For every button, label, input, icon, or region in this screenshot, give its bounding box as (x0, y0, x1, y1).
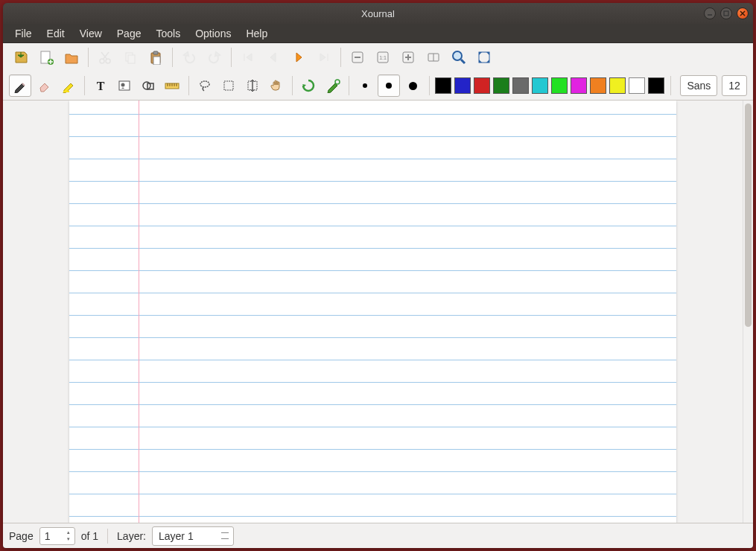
page-spin-down[interactable]: ▾ (64, 536, 73, 543)
titlebar: Xournal (3, 3, 753, 24)
color-swatch-6[interactable] (551, 77, 568, 94)
color-swatch-1[interactable] (454, 77, 471, 94)
image-tool-button[interactable] (113, 74, 136, 97)
svg-rect-29 (63, 91, 69, 92)
zoom-fit-button[interactable]: 1:1 (371, 46, 395, 69)
font-name-selector[interactable]: Sans (680, 75, 717, 96)
color-swatch-2[interactable] (474, 77, 490, 94)
font-size-label: 12 (728, 80, 740, 92)
svg-rect-15 (153, 51, 158, 54)
paste-button[interactable] (144, 46, 168, 69)
scroll-thumb[interactable] (745, 103, 752, 327)
page-canvas[interactable] (69, 101, 676, 523)
toolbar-tools: T Sans 12 (3, 71, 753, 100)
maximize-button[interactable] (720, 7, 732, 19)
thickness-fine-button[interactable] (354, 74, 376, 97)
page-spin-up[interactable]: ▴ (64, 529, 73, 536)
color-swatch-11[interactable] (648, 77, 664, 94)
canvas-viewport[interactable] (3, 101, 743, 523)
eraser-tool-button[interactable] (33, 74, 55, 97)
layer-label: Layer: (117, 530, 146, 542)
svg-text:1:1: 1:1 (379, 55, 387, 60)
canvas-area (3, 101, 753, 523)
highlighter-tool-button[interactable] (57, 74, 80, 97)
prev-page-button[interactable] (261, 46, 285, 69)
menu-page[interactable]: Page (109, 25, 149, 42)
color-swatch-5[interactable] (532, 77, 548, 94)
open-button[interactable] (60, 46, 83, 69)
menu-options[interactable]: Options (188, 25, 238, 42)
text-tool-button[interactable]: T (89, 74, 112, 97)
hand-tool-button[interactable] (265, 74, 288, 97)
svg-rect-13 (128, 55, 135, 63)
page-of-label: of 1 (81, 530, 98, 542)
undo-button[interactable] (177, 46, 201, 69)
svg-line-27 (461, 60, 465, 63)
fullscreen-button[interactable] (472, 46, 496, 69)
thickness-medium-button[interactable] (378, 74, 400, 97)
svg-point-9 (106, 59, 110, 63)
svg-rect-28 (479, 52, 489, 63)
ruler-tool-button[interactable] (161, 74, 183, 97)
thickness-thick-button[interactable] (401, 74, 424, 97)
svg-rect-1 (724, 11, 728, 16)
statusbar: Page 1 ▴▾ of 1 Layer: Layer 1 (3, 523, 753, 548)
shape-tool-button[interactable] (137, 74, 159, 97)
last-page-button[interactable] (312, 46, 336, 69)
color-swatch-10[interactable] (629, 77, 645, 94)
page-number-value: 1 (45, 530, 51, 542)
zoom-width-button[interactable] (422, 46, 445, 69)
cut-button[interactable] (93, 46, 117, 69)
zoom-out-button[interactable] (346, 46, 369, 69)
menu-tools[interactable]: Tools (148, 25, 188, 42)
menu-help[interactable]: Help (238, 25, 275, 42)
redo-button[interactable] (203, 46, 226, 69)
vertical-space-button[interactable] (241, 74, 264, 97)
svg-point-45 (335, 80, 340, 84)
svg-point-41 (200, 81, 209, 87)
page-label: Page (9, 530, 34, 542)
svg-point-32 (121, 83, 125, 87)
save-button[interactable] (9, 46, 33, 69)
font-name-label: Sans (687, 80, 711, 92)
color-swatch-8[interactable] (590, 77, 606, 94)
svg-rect-42 (224, 81, 233, 90)
next-page-button[interactable] (287, 46, 311, 69)
close-button[interactable] (737, 7, 749, 19)
lasso-select-button[interactable] (194, 74, 216, 97)
layer-selector[interactable]: Layer 1 (152, 526, 234, 546)
font-size-selector[interactable]: 12 (722, 75, 747, 96)
menu-file[interactable]: File (7, 25, 39, 42)
menu-edit[interactable]: Edit (39, 25, 72, 42)
color-swatch-7[interactable] (571, 77, 587, 94)
svg-point-8 (100, 59, 104, 63)
first-page-button[interactable] (236, 46, 260, 69)
color-swatch-0[interactable] (435, 77, 451, 94)
color-swatch-3[interactable] (493, 77, 509, 94)
svg-point-26 (453, 51, 462, 60)
zoom-in-button[interactable] (396, 46, 420, 69)
default-pen-button[interactable] (297, 74, 320, 97)
toolbar-main: 1:1 (3, 43, 753, 71)
layer-value: Layer 1 (159, 530, 194, 542)
color-swatch-9[interactable] (609, 77, 626, 94)
new-button[interactable] (34, 46, 58, 69)
pen-tool-button[interactable] (9, 74, 31, 97)
vertical-scrollbar[interactable] (743, 101, 753, 523)
magnifier-button[interactable] (447, 46, 471, 69)
svg-rect-16 (153, 57, 160, 65)
window-title: Xournal (361, 8, 395, 19)
color-swatch-4[interactable] (512, 77, 529, 94)
svg-text:T: T (96, 80, 104, 92)
page-number-input[interactable]: 1 ▴▾ (39, 527, 75, 545)
menubar: File Edit View Page Tools Options Help (3, 24, 753, 43)
copy-button[interactable] (118, 46, 142, 69)
default-tool-button[interactable] (322, 74, 344, 97)
minimize-button[interactable] (704, 7, 716, 19)
rect-select-button[interactable] (217, 74, 240, 97)
menu-view[interactable]: View (72, 25, 109, 42)
color-palette (433, 77, 666, 94)
